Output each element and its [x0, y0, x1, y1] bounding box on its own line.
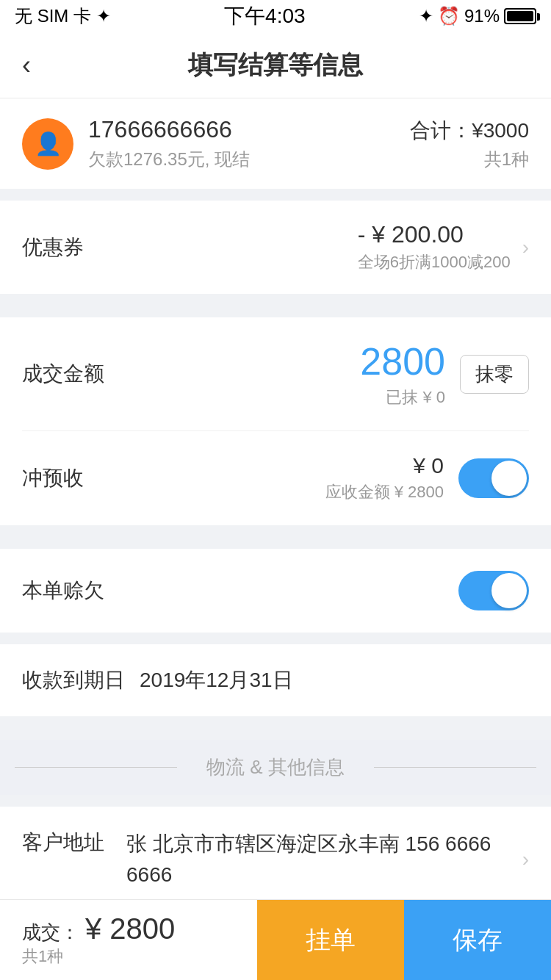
coupon-right: - ¥ 200.00 全场6折满1000减200 ›: [358, 221, 529, 273]
bottom-deal-amount: ¥ 2800: [85, 912, 175, 945]
divider-logistics: 物流 & 其他信息: [0, 740, 551, 795]
prepay-amount: ¥ 0: [325, 453, 444, 478]
content: 👤 17666666666 欠款1276.35元, 现结 合计：¥3000 共1…: [0, 98, 551, 980]
duedate-value: 2019年12月31日: [140, 666, 293, 694]
prepay-receivable: 应收金额 ¥ 2800: [325, 481, 444, 503]
prepay-amount-block: ¥ 0 应收金额 ¥ 2800: [325, 453, 444, 503]
customer-info-card: 👤 17666666666 欠款1276.35元, 现结 合计：¥3000 共1…: [0, 98, 551, 189]
coupon-label: 优惠券: [22, 234, 84, 262]
customer-left: 👤 17666666666 欠款1276.35元, 现结: [22, 116, 250, 171]
arrear-row: 本单赊欠: [0, 549, 551, 633]
toggle-thumb: [491, 461, 527, 496]
separator-3: [0, 728, 551, 740]
status-bar-left: 无 SIM 卡 ✦: [15, 4, 111, 28]
location-icon: ✦: [419, 6, 433, 26]
page-title: 填写结算等信息: [188, 48, 363, 82]
bottom-deal-label: 成交：: [22, 920, 79, 945]
deal-amount-erased: 已抹 ¥ 0: [360, 386, 445, 408]
address-label: 客户地址: [22, 829, 104, 857]
battery-percent: 91%: [464, 6, 500, 26]
pending-button[interactable]: 挂单: [257, 900, 404, 980]
amount-section: 成交金额 2800 已抹 ¥ 0 抹零 冲预收 ¥ 0 应收金额 ¥ 2800: [0, 317, 551, 525]
bottom-bar: 成交： ¥ 2800 共1种 挂单 保存: [0, 899, 551, 980]
separator-2: [0, 537, 551, 549]
bottom-deal-count: 共1种: [22, 945, 257, 968]
prepay-row: 冲预收 ¥ 0 应收金额 ¥ 2800: [22, 431, 529, 525]
nav-bar: ‹ 填写结算等信息: [0, 32, 551, 98]
save-button[interactable]: 保存: [404, 900, 551, 980]
coupon-chevron-icon: ›: [522, 236, 529, 259]
prepay-right: ¥ 0 应收金额 ¥ 2800: [325, 453, 529, 503]
arrear-label: 本单赊欠: [22, 577, 104, 605]
duedate-row: 收款到期日 2019年12月31日: [0, 644, 551, 716]
back-button[interactable]: ‹: [22, 50, 66, 81]
customer-debt: 欠款1276.35元, 现结: [88, 148, 250, 171]
arrear-toggle-thumb: [491, 573, 527, 608]
status-bar-time: 下午4:03: [224, 2, 306, 30]
address-row[interactable]: 客户地址 张 北京市市辖区海淀区永丰南 156 6666 6666 ›: [0, 807, 551, 912]
deal-amount-row: 成交金额 2800 已抹 ¥ 0 抹零: [22, 317, 529, 431]
deal-amount-right: 2800 已抹 ¥ 0 抹零: [360, 339, 529, 408]
coupon-discount: - ¥ 200.00: [358, 221, 464, 248]
deal-amount-value: 2800: [360, 339, 445, 383]
sim-status: 无 SIM 卡 ✦: [15, 4, 111, 28]
prepay-toggle[interactable]: [458, 458, 529, 498]
coupon-desc: 全场6折满1000减200: [358, 251, 511, 273]
deal-amount-label: 成交金额: [22, 360, 104, 388]
prepay-label: 冲预收: [22, 464, 84, 492]
customer-right: 合计：¥3000 共1种: [410, 117, 529, 171]
customer-info: 17666666666 欠款1276.35元, 现结: [88, 116, 250, 171]
arrear-toggle[interactable]: [458, 571, 529, 610]
alarm-icon: ⏰: [438, 6, 460, 26]
status-bar-right: ✦ ⏰ 91%: [419, 6, 536, 26]
address-content: 张 北京市市辖区海淀区永丰南 156 6666 6666: [126, 829, 522, 890]
customer-count: 共1种: [410, 148, 529, 171]
divider-line-left: [15, 767, 177, 768]
divider-line-right: [374, 767, 536, 768]
battery-fill: [507, 11, 533, 21]
bottom-summary: 成交： ¥ 2800 共1种: [0, 900, 257, 980]
duedate-label: 收款到期日: [22, 666, 125, 694]
customer-total: 合计：¥3000: [410, 117, 529, 145]
round-zero-button[interactable]: 抹零: [460, 355, 529, 394]
avatar: 👤: [22, 118, 73, 170]
battery-icon: [504, 8, 536, 24]
divider-logistics-text: 物流 & 其他信息: [192, 754, 359, 780]
bottom-deal-row: 成交： ¥ 2800: [22, 912, 257, 945]
address-chevron-icon: ›: [522, 848, 529, 871]
coupon-row[interactable]: 优惠券 - ¥ 200.00 全场6折满1000减200 ›: [0, 201, 551, 294]
status-bar: 无 SIM 卡 ✦ 下午4:03 ✦ ⏰ 91%: [0, 0, 551, 32]
separator-1: [0, 306, 551, 317]
avatar-icon: 👤: [35, 131, 62, 156]
customer-phone: 17666666666: [88, 116, 250, 143]
